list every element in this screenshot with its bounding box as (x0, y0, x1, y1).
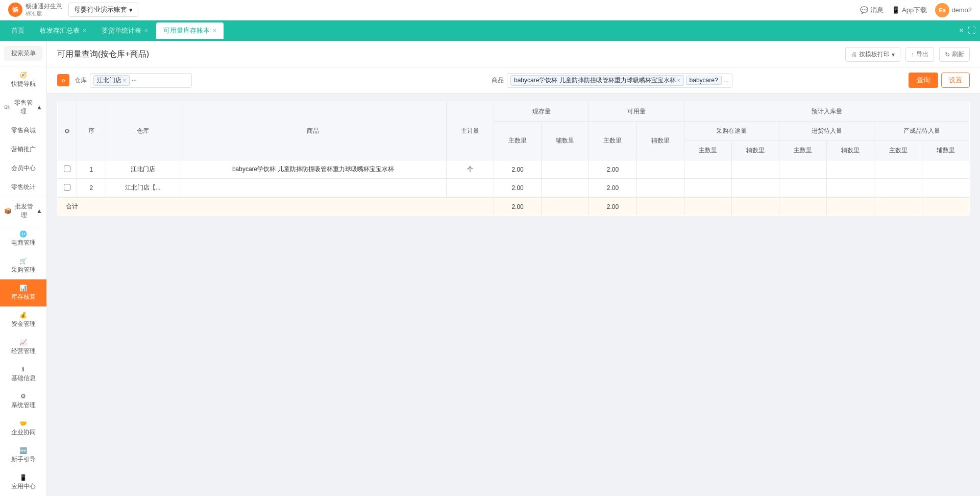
finance-label: 资金管理 (11, 320, 36, 328)
row-purchase-aux-1 (731, 179, 779, 198)
basic-label: 基础信息 (11, 374, 36, 383)
table-no-header: 序 (77, 102, 106, 160)
warehouse-filter-input[interactable]: 江北门店 × ··· (90, 73, 192, 88)
sidebar-item-basic[interactable]: ℹ 基础信息 (0, 361, 46, 388)
product-filter-input[interactable]: babycare学饮杯 儿童防摔防撞吸管杯重力球吸嘴杯宝宝水杯 × babyca… (507, 73, 732, 88)
summary-purchase-main (684, 197, 731, 216)
sidebar-item-guide[interactable]: 🆕 新手引导 (0, 442, 46, 469)
product-tag-1-close-icon[interactable]: × (677, 78, 680, 83)
sidebar: 搜索菜单 🧭 快捷导航 🛍 零售管理 ▲ 零售商城 营销推广 会员中心 零售统计 (0, 41, 47, 496)
table-area: ⚙ 序 仓库 商品 主计量 现存量 可用量 预计入库量 主数里 辅数里 主数里 (47, 93, 980, 496)
sidebar-item-retail-store[interactable]: 零售商城 (0, 121, 46, 140)
message-icon: 💬 (860, 6, 868, 14)
tab-available-stock[interactable]: 可用量库存账本 × (156, 22, 224, 39)
table-row: 1 江北门店 babycare学饮杯 儿童防摔防撞吸管杯重力球吸嘴杯宝宝水杯 个… (58, 160, 970, 179)
filter-area: » 仓库 江北门店 × ··· 商品 babycare学饮杯 儿童防摔防撞吸管杯… (47, 67, 980, 93)
print-button[interactable]: 🖨 按模板打印 ▾ (845, 47, 900, 62)
top-bar: 畅 畅捷通好生意 标准版 母婴行业演示账套 ▾ 💬 消息 📱 App下载 Ea … (0, 0, 980, 20)
filter-actions: 查询 设置 (909, 73, 970, 88)
table-purchase-aux-header: 辅数里 (731, 141, 779, 160)
tab-order-stats[interactable]: 要货单统计表 × (94, 22, 155, 39)
summary-row: 合计 2.00 2.00 (58, 197, 970, 216)
sidebar-item-inventory[interactable]: 📊 库存核算 (0, 279, 46, 306)
export-icon: ↑ (911, 51, 914, 58)
ecommerce-label: 电商管理 (11, 239, 36, 247)
refresh-label: 刷新 (952, 50, 964, 59)
summary-stock-aux (542, 197, 589, 216)
user-action[interactable]: Ea demo2 (935, 3, 972, 17)
top-bar-right: 💬 消息 📱 App下载 Ea demo2 (860, 3, 972, 17)
row-incoming-main-1 (779, 179, 827, 198)
query-button[interactable]: 查询 (909, 73, 938, 88)
sidebar-item-ecommerce[interactable]: 🌐 电商管理 (0, 225, 46, 252)
workspace-label: 母婴行业演示账套 (74, 5, 127, 14)
summary-purchase-aux (731, 197, 779, 216)
row-available-aux-1 (636, 179, 684, 198)
sidebar-item-finance[interactable]: 💰 资金管理 (0, 306, 46, 334)
warehouse-filter-more[interactable]: ··· (132, 77, 137, 84)
table-stock-main-header: 主数里 (494, 122, 541, 160)
enterprise-icon: 🤝 (19, 420, 27, 427)
refresh-button[interactable]: ↻ 刷新 (939, 47, 970, 62)
table-row: 2 江北门店【... 2.00 2.00 (58, 179, 970, 198)
export-button[interactable]: ↑ 导出 (905, 47, 934, 62)
tab-bar-actions: × ⛶ (959, 26, 976, 35)
tab-bar: 首页 收发存汇总表 × 要货单统计表 × 可用量库存账本 × × ⛶ (0, 20, 980, 41)
sidebar-item-membership[interactable]: 会员中心 (0, 159, 46, 178)
sidebar-item-retail[interactable]: 🛍 零售管理 ▲ (0, 93, 46, 121)
message-action[interactable]: 💬 消息 (860, 6, 884, 15)
tab-available-stock-label: 可用量库存账本 (163, 26, 210, 35)
row-product-1 (180, 179, 446, 198)
tab-expand-icon[interactable]: ⛶ (968, 26, 976, 35)
table-production-aux-header: 辅数里 (922, 141, 969, 160)
sidebar-item-app-center[interactable]: 📱 应用中心 (0, 469, 46, 496)
download-action[interactable]: 📱 App下载 (892, 6, 927, 15)
search-menu-button[interactable]: 搜索菜单 (4, 46, 42, 61)
table-purchase-group-header: 采购在途量 (684, 122, 779, 141)
basic-icon: ℹ (22, 366, 24, 373)
tab-home[interactable]: 首页 (4, 22, 32, 39)
sidebar-item-quick-nav[interactable]: 🧭 快捷导航 (0, 66, 46, 93)
tab-available-stock-close[interactable]: × (213, 27, 216, 34)
sidebar-item-purchase[interactable]: 🛒 采购管理 (0, 252, 46, 279)
row-unit-0: 个 (446, 160, 494, 179)
tab-close-all-icon[interactable]: × (959, 26, 964, 35)
tab-receivable-close[interactable]: × (83, 27, 86, 34)
row-stock-main-0: 2.00 (494, 160, 541, 179)
settings-button[interactable]: 设置 (941, 73, 970, 88)
inventory-label: 库存核算 (11, 293, 36, 301)
table-settings-header[interactable]: ⚙ (58, 102, 77, 160)
row-warehouse-0: 江北门店 (106, 160, 180, 179)
workspace-chevron-icon: ▾ (129, 6, 133, 14)
warehouse-tag-close-icon[interactable]: × (123, 78, 126, 83)
tab-order-stats-close[interactable]: × (144, 27, 148, 34)
table-product-header: 商品 (180, 102, 446, 160)
print-label: 按模板打印 (859, 50, 890, 59)
filter-expand-button[interactable]: » (57, 74, 69, 86)
row-checkbox-0[interactable] (58, 160, 77, 179)
logo-icon: 畅 (8, 3, 22, 17)
product-tag-text-2: babycare? (690, 77, 718, 84)
sidebar-item-operations[interactable]: 📈 经营管理 (0, 334, 46, 361)
sidebar-item-wholesale[interactable]: 📦 批发管理 ▲ (0, 197, 46, 225)
row-checkbox-1[interactable] (58, 179, 77, 198)
retail-label: 零售管理 (12, 99, 34, 116)
product-filter-more[interactable]: ... (724, 77, 729, 84)
product-tag-2: babycare? (686, 76, 722, 85)
sidebar-item-retail-stats[interactable]: 零售统计 (0, 178, 46, 197)
table-production-main-header: 主数里 (874, 141, 922, 160)
warehouse-tag-text: 江北门店 (97, 76, 121, 85)
sidebar-item-marketing[interactable]: 营销推广 (0, 140, 46, 159)
table-stock-aux-header: 辅数里 (542, 122, 589, 160)
membership-label: 会员中心 (11, 164, 36, 173)
workspace-selector[interactable]: 母婴行业演示账套 ▾ (68, 3, 138, 17)
sidebar-item-enterprise[interactable]: 🤝 企业协同 (0, 415, 46, 442)
guide-label: 新手引导 (11, 455, 36, 464)
logo-text: 畅捷通好生意 (26, 3, 62, 10)
table-stock-group-header: 现存量 (494, 102, 589, 122)
download-icon: 📱 (892, 6, 900, 14)
tab-receivable[interactable]: 收发存汇总表 × (33, 22, 93, 39)
summary-incoming-main (779, 197, 827, 216)
sidebar-item-system[interactable]: ⚙ 系统管理 (0, 388, 46, 415)
filter-warehouse-group: 仓库 江北门店 × ··· (75, 73, 486, 88)
